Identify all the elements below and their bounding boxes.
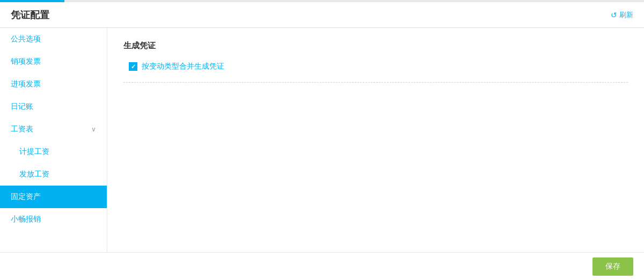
chevron-down-icon: ∨ xyxy=(91,126,96,133)
check-icon: ✓ xyxy=(131,63,136,70)
refresh-button[interactable]: ↺ 刷新 xyxy=(611,10,633,20)
sidebar-item-sales-invoice[interactable]: 销项发票 xyxy=(0,50,107,73)
sidebar-item-label: 销项发票 xyxy=(11,57,41,67)
footer: 保存 xyxy=(0,252,644,280)
section-divider xyxy=(123,82,628,83)
sidebar-item-expense-reimbursement[interactable]: 小畅报销 xyxy=(0,208,107,231)
checkbox-label: 按变动类型合并生成凭证 xyxy=(142,62,224,71)
content-area: 生成凭证 ✓ 按变动类型合并生成凭证 xyxy=(107,28,644,252)
sidebar-item-distribute-payroll[interactable]: 发放工资 xyxy=(0,163,107,186)
sidebar-item-label: 工资表 xyxy=(11,124,33,134)
header: 凭证配置 ↺ 刷新 xyxy=(0,2,644,28)
save-button[interactable]: 保存 xyxy=(592,257,633,276)
option-row: ✓ 按变动类型合并生成凭证 xyxy=(123,62,628,71)
top-bar-active xyxy=(0,0,64,2)
merge-by-type-checkbox[interactable]: ✓ 按变动类型合并生成凭证 xyxy=(129,62,224,71)
main-content: 公共选项 销项发票 进项发票 日记账 工资表 ∨ 计提工资 发放工资 xyxy=(0,28,644,252)
sidebar-item-label: 进项发票 xyxy=(11,79,41,89)
refresh-icon: ↺ xyxy=(611,11,617,19)
sidebar-item-fixed-assets[interactable]: 固定资产 xyxy=(0,186,107,208)
page-container: 凭证配置 ↺ 刷新 公共选项 销项发票 进项发票 日记账 工资表 ∨ xyxy=(0,0,644,280)
sidebar-item-label: 计提工资 xyxy=(19,147,49,157)
sidebar-item-label: 小畅报销 xyxy=(11,215,41,224)
top-bar xyxy=(0,0,644,2)
sidebar: 公共选项 销项发票 进项发票 日记账 工资表 ∨ 计提工资 发放工资 xyxy=(0,28,107,252)
sidebar-item-journal[interactable]: 日记账 xyxy=(0,95,107,118)
checkbox-box: ✓ xyxy=(129,62,137,71)
sidebar-item-label: 日记账 xyxy=(11,102,33,112)
sidebar-item-commission-payroll[interactable]: 计提工资 xyxy=(0,141,107,163)
sidebar-item-label: 固定资产 xyxy=(11,192,41,202)
sidebar-item-public-options[interactable]: 公共选项 xyxy=(0,28,107,50)
section-title: 生成凭证 xyxy=(123,41,628,51)
sidebar-item-payroll-table[interactable]: 工资表 ∨ xyxy=(0,118,107,141)
sidebar-item-purchase-invoice[interactable]: 进项发票 xyxy=(0,73,107,95)
sidebar-item-label: 发放工资 xyxy=(19,170,49,179)
sidebar-item-label: 公共选项 xyxy=(11,34,41,44)
page-title: 凭证配置 xyxy=(11,9,49,21)
refresh-label: 刷新 xyxy=(619,10,633,20)
